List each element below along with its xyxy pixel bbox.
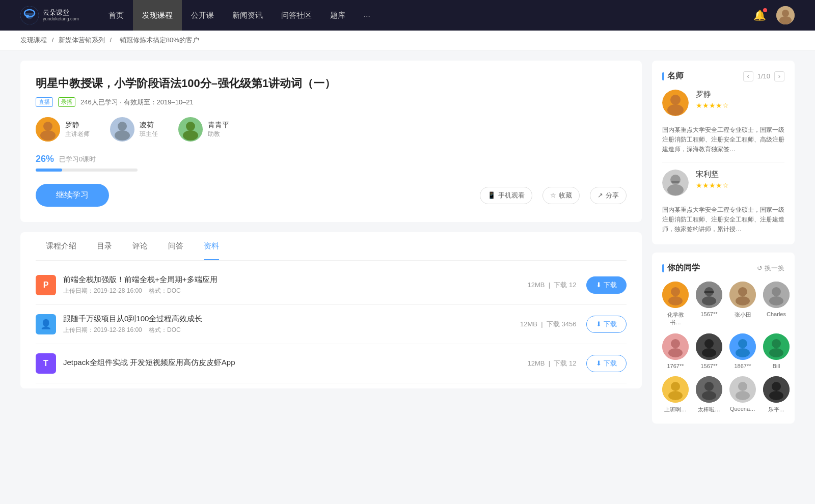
svg-point-11 [115, 130, 130, 141]
teachers-panel: 名师 ‹ 1/10 › 罗静 ★★★★☆ 国内某重点 [652, 61, 795, 244]
teachers-prev-btn[interactable]: ‹ [743, 71, 753, 81]
svg-point-46 [769, 348, 783, 357]
panel-teacher-1-info: 罗静 ★★★★☆ [696, 90, 729, 116]
resource-2-meta: 上传日期：2019-12-28 16:00 格式：DOC [63, 326, 520, 334]
tab-resources[interactable]: 资料 [194, 232, 229, 260]
nav-qa[interactable]: 问答社区 [272, 0, 321, 31]
progress-bar-bg [36, 169, 138, 172]
resource-1-meta: 上传日期：2019-12-28 16:00 格式：DOC [63, 287, 528, 295]
svg-point-14 [183, 130, 198, 141]
classmates-refresh-btn[interactable]: ↺ 换一换 [757, 264, 784, 273]
teachers-next-btn[interactable]: › [774, 71, 784, 81]
breadcrumb-link-1[interactable]: 发现课程 [20, 36, 47, 44]
tab-catalog[interactable]: 目录 [87, 232, 122, 260]
course-actions: 继续学习 📱 手机观看 ☆ 收藏 ↗ 分享 [36, 184, 627, 207]
download-btn-3[interactable]: ⬇ 下载 [586, 355, 627, 372]
breadcrumb-link-2[interactable]: 新媒体营销系列 [59, 36, 105, 44]
share-btn[interactable]: ↗ 分享 [590, 187, 627, 204]
classmate-8: Bill [763, 333, 790, 369]
progress-label: 26% 已学习0课时 [36, 154, 627, 164]
svg-point-30 [738, 287, 747, 296]
tab-intro[interactable]: 课程介绍 [36, 232, 87, 260]
svg-point-42 [738, 339, 747, 348]
teacher-2: 凌荷 班主任 [110, 117, 158, 142]
svg-point-43 [736, 348, 750, 357]
resource-1-format: 格式：DOC [149, 287, 181, 294]
svg-point-49 [668, 391, 683, 400]
collect-label: 收藏 [559, 191, 572, 200]
resource-item-2: 👤 跟随千万级项目从0到100全过程高效成长 上传日期：2019-12-28 1… [36, 305, 627, 344]
notification-bell[interactable]: 🔔 [753, 9, 766, 21]
nav-home[interactable]: 首页 [99, 0, 133, 31]
teacher-3-info: 青青平 助教 [208, 121, 229, 138]
svg-rect-21 [671, 181, 680, 183]
logo-label: 云朵课堂 [43, 9, 69, 16]
classmate-12-name: 乐平… [768, 406, 785, 413]
mobile-watch-btn[interactable]: 📱 手机观看 [480, 187, 532, 204]
panel-teacher-1: 罗静 ★★★★☆ [662, 90, 784, 116]
breadcrumb: 发现课程 / 新媒体营销系列 / 销冠修炼术搞定80%的客户 [0, 31, 815, 50]
classmate-3-name: 张小田 [735, 311, 751, 319]
teacher-3-name: 青青平 [208, 121, 229, 130]
logo[interactable]: 云朵课堂 yundoketang.com [20, 6, 79, 24]
tag-live: 直播 [36, 97, 53, 107]
course-stats: 246人已学习 · 有效期至：2019–10–21 [80, 98, 194, 107]
tab-comments[interactable]: 评论 [122, 232, 158, 260]
svg-point-34 [769, 296, 783, 305]
resource-3-name: Jetpack全组件实战 开发短视频应用高仿皮皮虾App [63, 358, 528, 368]
teacher-1: 罗静 主讲老师 [36, 117, 90, 142]
classmate-4: Charles [763, 282, 790, 326]
resource-3-downloads: 下载 12 [554, 359, 576, 367]
svg-point-19 [670, 175, 681, 185]
classmate-5-name: 1767** [667, 363, 684, 369]
classmate-9: 上班啊… [662, 376, 689, 413]
svg-point-40 [702, 348, 716, 357]
classmate-6-name: 1567** [700, 363, 717, 369]
panel-teacher-2-name: 宋利坚 [696, 170, 729, 179]
teacher-1-name: 罗静 [65, 121, 90, 130]
teacher-2-role: 班主任 [140, 130, 158, 138]
continue-button[interactable]: 继续学习 [36, 184, 109, 207]
course-title: 明星中教授课，小学阶段语法100分–强化级第1讲动词（一） [36, 76, 627, 91]
tab-qa[interactable]: 问答 [158, 232, 194, 260]
teachers-page-total: 10 [763, 72, 770, 80]
refresh-icon: ↺ [757, 264, 763, 272]
resource-2-size: 12MB [520, 320, 537, 328]
nav-more[interactable]: ··· [355, 0, 379, 31]
classmate-3-avatar [729, 282, 756, 308]
share-label: 分享 [606, 191, 619, 200]
nav-open[interactable]: 公开课 [182, 0, 223, 31]
svg-point-4 [782, 10, 789, 17]
resource-3-size: 12MB [528, 359, 545, 367]
download-btn-2[interactable]: ⬇ 下载 [586, 316, 627, 333]
classmate-5: 1767** [662, 333, 689, 369]
classmates-panel-header: 你的同学 ↺ 换一换 [662, 263, 784, 273]
nav-discover[interactable]: 发现课程 [133, 0, 182, 31]
user-avatar-nav[interactable] [776, 6, 795, 24]
logo-icon [20, 6, 39, 24]
panel-teacher-2-avatar [662, 170, 689, 196]
resource-2-stats: 12MB | 下载 3456 [520, 320, 576, 329]
classmate-8-name: Bill [773, 363, 780, 369]
svg-point-58 [769, 391, 783, 400]
teacher-1-info: 罗静 主讲老师 [65, 121, 90, 138]
classmate-1-name: 化学教书… [662, 311, 689, 326]
nav-right: 🔔 [753, 6, 795, 24]
refresh-label: 换一换 [765, 264, 784, 273]
progress-txt: 已学习0课时 [59, 155, 96, 164]
classmate-12: 乐平… [763, 376, 790, 413]
main-container: 明星中教授课，小学阶段语法100分–强化级第1讲动词（一） 直播 录播 246人… [0, 50, 815, 442]
resource-1-date: 上传日期：2019-12-28 16:00 [63, 287, 142, 294]
classmate-6: 1567** [696, 333, 722, 369]
svg-point-48 [671, 382, 680, 391]
nav-news[interactable]: 新闻资讯 [223, 0, 272, 31]
svg-point-5 [779, 16, 792, 24]
svg-point-52 [702, 391, 716, 400]
tabs-header: 课程介绍 目录 评论 问答 资料 [36, 232, 627, 261]
collect-btn[interactable]: ☆ 收藏 [542, 187, 580, 204]
svg-point-2 [26, 15, 29, 18]
nav-quiz[interactable]: 题库 [321, 0, 355, 31]
download-btn-1[interactable]: ⬇ 下载 [586, 276, 627, 294]
resource-1-stats: 12MB | 下载 12 [528, 281, 577, 290]
tabs-card: 课程介绍 目录 评论 问答 资料 P 前端全栈加强版！前端全栈+全周期+多端应用… [20, 232, 642, 388]
